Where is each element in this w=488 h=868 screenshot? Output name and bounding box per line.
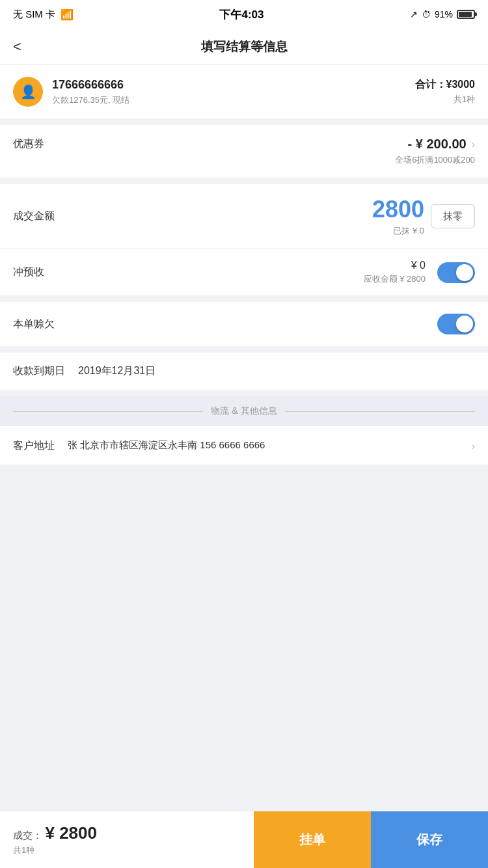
bottom-bar: 成交： ¥ 2800 共1种 挂单 保存 bbox=[0, 811, 488, 868]
save-button[interactable]: 保存 bbox=[371, 811, 488, 868]
deal-section: 成交金额 2800 已抹 ¥ 0 抹零 冲预收 ¥ 0 应收金额 ¥ 2800 bbox=[0, 184, 488, 295]
bottom-deal-label: 成交： bbox=[13, 830, 42, 841]
prepay-amount: ¥ 0 bbox=[364, 260, 426, 271]
customer-phone: 17666666666 bbox=[52, 78, 129, 92]
address-row[interactable]: 客户地址 张 北京市市辖区海淀区永丰南 156 6666 6666 › bbox=[0, 426, 488, 465]
customer-info: 17666666666 欠款1276.35元, 现结 bbox=[52, 78, 129, 106]
toggle-knob bbox=[456, 264, 473, 281]
prepay-row: 冲预收 ¥ 0 应收金额 ¥ 2800 bbox=[0, 249, 488, 295]
bottom-deal-amount: ¥ 2800 bbox=[45, 823, 97, 843]
nav-bar: < 填写结算等信息 bbox=[0, 29, 488, 65]
status-right: ↗ ⏱ 91% bbox=[410, 9, 475, 20]
debt-section: 本单赊欠 bbox=[0, 302, 488, 346]
address-chevron-icon: › bbox=[472, 438, 475, 452]
total-amount: 合计：¥3000 bbox=[415, 78, 476, 92]
customer-card: 👤 17666666666 欠款1276.35元, 现结 合计：¥3000 共1… bbox=[0, 65, 488, 118]
chevron-right-icon: › bbox=[472, 139, 475, 150]
address-value: 张 北京市市辖区海淀区永丰南 156 6666 6666 bbox=[68, 438, 465, 453]
bottom-summary: 成交： ¥ 2800 共1种 bbox=[0, 823, 254, 856]
round-button[interactable]: 抹零 bbox=[431, 204, 475, 228]
alarm-icon: ⏱ bbox=[422, 9, 431, 20]
prepay-toggle[interactable] bbox=[437, 262, 475, 283]
discount-label: 优惠券 bbox=[13, 137, 44, 151]
deal-amount-row: 成交金额 2800 已抹 ¥ 0 抹零 bbox=[0, 184, 488, 249]
deal-amount-block: 2800 已抹 ¥ 0 bbox=[372, 196, 424, 237]
avatar: 👤 bbox=[13, 77, 43, 107]
deal-amount-right: 2800 已抹 ¥ 0 抹零 bbox=[372, 196, 475, 237]
gray-spacer bbox=[0, 465, 488, 582]
discount-desc: 全场6折满1000减200 bbox=[13, 154, 475, 166]
duedate-row: 收款到期日 2019年12月31日 bbox=[13, 364, 475, 378]
customer-right: 合计：¥3000 共1种 bbox=[415, 78, 476, 105]
prepay-receivable: 应收金额 ¥ 2800 bbox=[364, 273, 426, 285]
debt-label: 本单赊欠 bbox=[13, 318, 55, 331]
duedate-label: 收款到期日 bbox=[13, 364, 65, 378]
prepay-label: 冲预收 bbox=[13, 265, 44, 279]
deal-already: 已抹 ¥ 0 bbox=[372, 225, 424, 237]
duedate-value: 2019年12月31日 bbox=[78, 364, 156, 378]
discount-row[interactable]: 优惠券 - ¥ 200.00 › 全场6折满1000减200 bbox=[0, 125, 488, 178]
prepay-right: ¥ 0 应收金额 ¥ 2800 bbox=[364, 260, 475, 285]
divider-line-left bbox=[13, 411, 203, 412]
deal-amount-label: 成交金额 bbox=[13, 210, 55, 223]
address-label: 客户地址 bbox=[13, 438, 55, 453]
bottom-deal-line: 成交： ¥ 2800 bbox=[13, 823, 241, 843]
pending-button[interactable]: 挂单 bbox=[254, 811, 371, 868]
divider-section: 物流 & 其他信息 bbox=[0, 396, 488, 426]
wifi-icon: 📶 bbox=[61, 8, 74, 21]
status-left: 无 SIM 卡 📶 bbox=[13, 8, 74, 21]
status-time: 下午4:03 bbox=[219, 7, 264, 22]
customer-debt: 欠款1276.35元, 现结 bbox=[52, 94, 129, 106]
bottom-deal-count: 共1种 bbox=[13, 845, 241, 856]
address-section: 客户地址 张 北京市市辖区海淀区永丰南 156 6666 6666 › bbox=[0, 426, 488, 465]
duedate-section: 收款到期日 2019年12月31日 bbox=[0, 353, 488, 390]
battery-text: 91% bbox=[435, 9, 453, 20]
carrier-text: 无 SIM 卡 bbox=[13, 8, 55, 21]
debt-toggle[interactable] bbox=[437, 314, 475, 334]
prepay-value-block: ¥ 0 应收金额 ¥ 2800 bbox=[364, 260, 426, 285]
total-count: 共1种 bbox=[415, 94, 476, 105]
divider-line-right bbox=[285, 411, 475, 412]
discount-section: 优惠券 - ¥ 200.00 › 全场6折满1000减200 bbox=[0, 125, 488, 178]
back-button[interactable]: < bbox=[13, 38, 21, 55]
divider-text: 物流 & 其他信息 bbox=[211, 405, 277, 417]
status-bar: 无 SIM 卡 📶 下午4:03 ↗ ⏱ 91% bbox=[0, 0, 488, 29]
discount-amount: - ¥ 200.00 bbox=[408, 137, 467, 152]
page-title: 填写结算等信息 bbox=[201, 38, 288, 55]
main-content: 👤 17666666666 欠款1276.35元, 现结 合计：¥3000 共1… bbox=[0, 65, 488, 647]
location-icon: ↗ bbox=[410, 9, 418, 20]
battery-icon bbox=[457, 10, 475, 19]
customer-left: 👤 17666666666 欠款1276.35元, 现结 bbox=[13, 77, 129, 107]
debt-toggle-knob bbox=[456, 316, 473, 332]
deal-amount-num: 2800 bbox=[372, 196, 424, 223]
